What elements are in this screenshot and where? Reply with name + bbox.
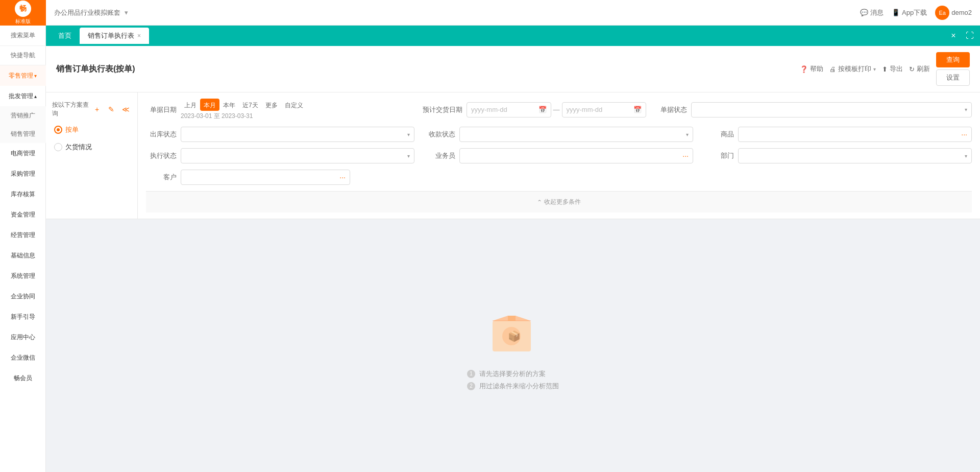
- sidebar-search[interactable]: 搜索菜单: [0, 26, 46, 46]
- date-tab-custom[interactable]: 自定义: [281, 99, 307, 111]
- scheme-item-label-0: 按单: [65, 125, 79, 134]
- sidebar-item-wechat[interactable]: 企业微信: [0, 347, 46, 368]
- salesman-label: 业务员: [425, 151, 455, 160]
- user-menu[interactable]: Ea demo2: [935, 6, 972, 20]
- customer-field: 客户 ···: [146, 170, 350, 185]
- refresh-btn[interactable]: ↻ 刷新: [909, 64, 930, 74]
- date-end-input[interactable]: yyyy-mm-dd 📅: [562, 102, 647, 117]
- onboarding-label: 新手引导: [11, 313, 35, 321]
- help-btn[interactable]: ❓ 帮助: [800, 64, 823, 74]
- print-icon: 🖨: [829, 65, 836, 73]
- sidebar-item-basics[interactable]: 基础信息: [0, 245, 46, 266]
- tab-home[interactable]: 首页: [50, 28, 80, 44]
- empty-icon-svg: 📦: [482, 298, 544, 359]
- sidebar: 畅 标准版 搜索菜单 快捷导航 零售管理 ▾ 批发管理 ▴ 营销推广 销售管理 …: [0, 0, 46, 472]
- sidebar-item-purchase[interactable]: 采购管理: [0, 163, 46, 184]
- svg-text:📦: 📦: [508, 330, 521, 342]
- exec-label: 执行状态: [146, 151, 177, 160]
- exec-arrow: ▾: [407, 153, 410, 159]
- export-icon: ⬆: [882, 65, 888, 73]
- basics-label: 基础信息: [11, 251, 35, 260]
- query-button[interactable]: 查询: [936, 52, 970, 67]
- customer-input[interactable]: ···: [181, 170, 350, 185]
- window-maximize-btn[interactable]: ⛶: [964, 30, 976, 42]
- breadcrumb-arrow-icon[interactable]: ▾: [125, 9, 128, 16]
- filter-row-4: 客户 ···: [146, 170, 972, 185]
- sidebar-quick-nav[interactable]: 快捷导航: [0, 46, 46, 65]
- sidebar-item-retail[interactable]: 零售管理 ▾: [0, 65, 46, 86]
- logo-label: 标准版: [15, 18, 31, 25]
- page-header-actions: ❓ 帮助 🖨 按模板打印 ▾ ⬆ 导出 ↻ 刷新 查询: [800, 52, 970, 86]
- customer-dots[interactable]: ···: [339, 173, 346, 181]
- mobile-icon: 📱: [892, 9, 900, 16]
- logo-icon: 畅: [15, 1, 31, 17]
- date-tab-7days[interactable]: 近7天: [239, 99, 262, 111]
- salesman-input[interactable]: ···: [459, 148, 693, 163]
- print-arrow: ▾: [873, 66, 876, 72]
- app-download-btn[interactable]: 📱 App下载: [892, 8, 927, 17]
- sidebar-logo: 畅 标准版: [0, 0, 46, 26]
- date-range-display: 2023-03-01 至 2023-03-31: [181, 112, 307, 121]
- sidebar-sub-sales[interactable]: 销售管理: [0, 125, 46, 143]
- sidebar-item-system[interactable]: 系统管理: [0, 266, 46, 286]
- sidebar-item-inventory[interactable]: 库存核算: [0, 184, 46, 204]
- exec-status-field: 执行状态 ▾: [146, 148, 414, 163]
- app-download-label: App下载: [902, 8, 927, 17]
- enterprise-label: 企业协同: [11, 292, 35, 301]
- sidebar-item-appcenter[interactable]: 应用中心: [0, 327, 46, 347]
- sidebar-item-ecommerce[interactable]: 电商管理: [0, 143, 46, 163]
- scheme-add-btn[interactable]: +: [91, 104, 103, 115]
- sidebar-item-enterprise[interactable]: 企业协同: [0, 286, 46, 306]
- tab-close-icon[interactable]: ×: [137, 32, 141, 39]
- calendar-start-icon: 📅: [538, 106, 547, 113]
- status-select[interactable]: ▾: [691, 102, 972, 117]
- settings-button[interactable]: 设置: [936, 69, 970, 86]
- sidebar-item-onboarding[interactable]: 新手引导: [0, 306, 46, 327]
- print-btn[interactable]: 🖨 按模板打印 ▾: [829, 64, 876, 74]
- ecommerce-label: 电商管理: [11, 149, 35, 158]
- dept-select[interactable]: ▾: [738, 148, 972, 163]
- sidebar-item-operations[interactable]: 经营管理: [0, 225, 46, 245]
- circle-placeholder: [54, 143, 62, 151]
- scheme-collapse-btn[interactable]: ≪: [120, 104, 131, 115]
- sidebar-item-finance[interactable]: 资金管理: [0, 204, 46, 225]
- scheme-item-backorder[interactable]: 欠货情况: [46, 138, 137, 156]
- product-dots[interactable]: ···: [961, 130, 967, 138]
- scheme-item-label-1: 欠货情况: [65, 143, 92, 152]
- payment-status-select[interactable]: ▾: [459, 127, 693, 142]
- sidebar-sub-marketing[interactable]: 营销推广: [0, 106, 46, 125]
- date-start-input[interactable]: yyyy-mm-dd 📅: [467, 102, 551, 117]
- user-label: demo2: [951, 9, 972, 16]
- filter-row-1: 单据日期 上月 本月 本年 近7天 更多 自定义 2023-03-01 至 20…: [146, 99, 972, 121]
- filter-row-3: 执行状态 ▾ 业务员 ··· 部门: [146, 148, 972, 163]
- salesman-dots[interactable]: ···: [682, 152, 689, 160]
- tab-sales-order[interactable]: 销售订单执行表 ×: [80, 28, 149, 44]
- empty-illustration: 📦: [482, 298, 544, 359]
- expected-date-field: 预计交货日期 yyyy-mm-dd 📅 — yyyy-mm-dd 📅: [422, 102, 646, 117]
- collapse-btn[interactable]: ⌃ 收起更多条件: [534, 195, 584, 209]
- date-tab-last-month[interactable]: 上月: [181, 99, 200, 111]
- date-tab-this-month[interactable]: 本月: [200, 99, 219, 111]
- date-field: 单据日期 上月 本月 本年 近7天 更多 自定义 2023-03-01 至 20…: [146, 99, 411, 121]
- message-icon: 💬: [860, 9, 868, 16]
- scheme-item-per-order[interactable]: 按单: [46, 121, 137, 138]
- product-input[interactable]: ···: [738, 127, 972, 142]
- export-btn[interactable]: ⬆ 导出: [882, 64, 903, 74]
- finance-label: 资金管理: [11, 210, 35, 219]
- status-field: 单据状态 ▾: [656, 102, 972, 117]
- breadcrumb-text: 办公用品行业模拟账套: [54, 8, 120, 17]
- message-btn[interactable]: 💬 消息: [860, 8, 884, 17]
- scheme-edit-btn[interactable]: ✎: [106, 104, 117, 115]
- search-label: 搜索菜单: [11, 31, 35, 40]
- salesman-field: 业务员 ···: [425, 148, 693, 163]
- stock-label: 出库状态: [146, 130, 177, 139]
- sidebar-item-wholesale[interactable]: 批发管理 ▴: [0, 86, 46, 106]
- sidebar-item-membership[interactable]: 畅会员: [0, 368, 46, 388]
- wechat-label: 企业微信: [11, 353, 35, 362]
- window-close-btn[interactable]: ×: [947, 30, 960, 42]
- exec-status-select[interactable]: ▾: [181, 148, 414, 163]
- collapse-section: ⌃ 收起更多条件: [146, 191, 972, 213]
- date-tab-this-year[interactable]: 本年: [219, 99, 239, 111]
- stock-status-select[interactable]: ▾: [181, 127, 414, 142]
- date-tab-more[interactable]: 更多: [262, 99, 281, 111]
